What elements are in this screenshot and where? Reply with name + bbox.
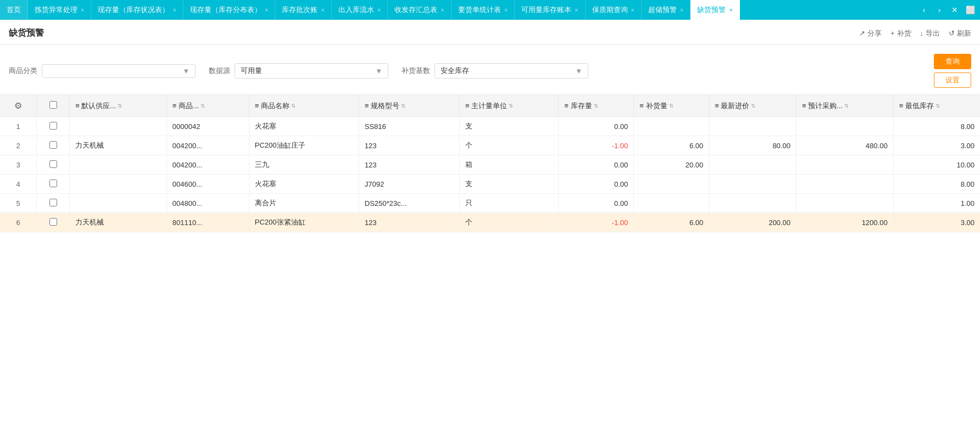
row-checkbox-6[interactable] xyxy=(49,218,57,226)
category-dropdown-icon: ▼ xyxy=(182,67,190,75)
row-supplier-4 xyxy=(70,175,167,194)
tab-expiry-close[interactable]: × xyxy=(631,7,634,13)
query-button[interactable]: 查询 xyxy=(934,54,971,69)
tab-expiry[interactable]: 保质期查询 × xyxy=(586,0,642,20)
category-select[interactable]: ▼ xyxy=(42,64,196,78)
replenish-button[interactable]: + 补货 xyxy=(890,29,911,38)
tab-available-ledger[interactable]: 可用量库存账本 × xyxy=(515,0,585,20)
row-replenish-2: 6.00 xyxy=(634,136,709,155)
filter-actions: 查询 设置 xyxy=(934,54,971,88)
th-min-stock[interactable]: ≡ 最低库存 ⇅ xyxy=(893,95,980,117)
header-actions: ↗ 分享 + 补货 ↓ 导出 ↺ 刷新 xyxy=(859,29,971,38)
tab-inventory-status-close[interactable]: × xyxy=(172,7,176,13)
category-label: 商品分类 xyxy=(9,66,37,76)
tab-inventory-dist[interactable]: 现存量（库存分布表） × xyxy=(183,0,275,20)
row-checkbox-1[interactable] xyxy=(49,122,57,130)
th-unit[interactable]: ≡ 主计量单位 ⇅ xyxy=(460,95,559,117)
settings-button[interactable]: 设置 xyxy=(934,72,971,88)
tab-batch[interactable]: 库存批次账 × xyxy=(275,0,331,20)
tab-inventory-status[interactable]: 现存量（库存状况表） × xyxy=(91,0,183,20)
tab-inventory-dist-close[interactable]: × xyxy=(265,7,268,13)
datasource-select[interactable]: 可用量 ▼ xyxy=(235,63,388,79)
th-code-sort-icon: ⇅ xyxy=(201,103,205,109)
gear-settings-icon[interactable]: ⚙ xyxy=(5,100,31,111)
row-price-5 xyxy=(709,194,797,213)
tab-overstock[interactable]: 超储预警 × xyxy=(642,0,691,20)
tab-demand-stats[interactable]: 要货单统计表 × xyxy=(452,0,515,20)
row-replenish-1 xyxy=(634,117,709,136)
select-all-checkbox[interactable] xyxy=(49,101,57,109)
tab-shortage[interactable]: 缺货预警 × xyxy=(691,0,739,20)
row-checkbox-2[interactable] xyxy=(49,141,57,149)
tab-inout-flow[interactable]: 出入库流水 × xyxy=(332,0,388,20)
row-check-1[interactable] xyxy=(37,117,70,136)
export-button[interactable]: ↓ 导出 xyxy=(920,29,940,38)
replenish-base-label: 补货基数 xyxy=(402,66,430,76)
th-price-sort-icon: ⇅ xyxy=(751,103,755,109)
row-num-4: 4 xyxy=(0,175,37,194)
table-row: 6 力天机械 801110... PC200张紧油缸 123 个 -1.00 6… xyxy=(0,213,980,232)
row-code-4: 004600... xyxy=(166,175,249,194)
th-price[interactable]: ≡ 最新进价 ⇅ xyxy=(709,95,797,117)
nav-next-button[interactable]: › xyxy=(932,2,947,18)
nav-prev-button[interactable]: ‹ xyxy=(916,2,932,18)
row-check-5[interactable] xyxy=(37,194,70,213)
row-name-6: PC200张紧油缸 xyxy=(249,213,359,232)
row-check-3[interactable] xyxy=(37,155,70,175)
replenish-base-select[interactable]: 安全库存 ▼ xyxy=(435,63,588,79)
th-min-stock-sort-icon: ⇅ xyxy=(936,103,940,109)
tab-demand-stats-close[interactable]: × xyxy=(504,7,508,13)
row-checkbox-5[interactable] xyxy=(49,199,57,206)
row-forecast-3 xyxy=(796,155,893,175)
tab-overstock-close[interactable]: × xyxy=(680,7,683,13)
tab-batch-close[interactable]: × xyxy=(321,7,324,13)
row-stock-6: -1.00 xyxy=(559,213,634,232)
row-code-6: 801110... xyxy=(166,213,249,232)
nav-maximize-button[interactable]: ⬜ xyxy=(962,2,978,18)
row-code-3: 004200... xyxy=(166,155,249,175)
tab-available-ledger-close[interactable]: × xyxy=(575,7,578,13)
share-button[interactable]: ↗ 分享 xyxy=(859,29,882,38)
tab-exception-close[interactable]: × xyxy=(81,7,84,13)
row-checkbox-3[interactable] xyxy=(49,160,57,168)
row-unit-2: 个 xyxy=(460,136,559,155)
tab-shortage-close[interactable]: × xyxy=(729,7,732,13)
th-supplier[interactable]: ≡ 默认供应... ⇅ xyxy=(70,95,167,117)
datasource-label: 数据源 xyxy=(209,66,230,76)
row-unit-3: 箱 xyxy=(460,155,559,175)
row-spec-1: SS816 xyxy=(359,117,459,136)
th-name[interactable]: ≡ 商品名称 ⇅ xyxy=(249,95,359,117)
row-name-1: 火花塞 xyxy=(249,117,359,136)
data-table: ⚙ ≡ 默认供应... ⇅ ≡ 商品... ⇅ xyxy=(0,95,980,232)
tab-demand-stats-label: 要货单统计表 xyxy=(458,5,501,15)
row-checkbox-4[interactable] xyxy=(49,180,57,187)
th-forecast[interactable]: ≡ 预计采购... ⇅ xyxy=(796,95,893,117)
tab-exception[interactable]: 拣货异常处理 × xyxy=(28,0,91,20)
tab-home-label: 首页 xyxy=(7,5,21,15)
refresh-button[interactable]: ↺ 刷新 xyxy=(949,29,971,38)
th-stock[interactable]: ≡ 库存量 ⇅ xyxy=(559,95,634,117)
tab-receive-summary[interactable]: 收发存汇总表 × xyxy=(388,0,451,20)
th-spec[interactable]: ≡ 规格型号 ⇅ xyxy=(359,95,459,117)
row-min-stock-1: 8.00 xyxy=(893,117,980,136)
tab-home[interactable]: 首页 xyxy=(0,0,28,20)
row-spec-6: 123 xyxy=(359,213,459,232)
row-check-2[interactable] xyxy=(37,136,70,155)
row-replenish-6: 6.00 xyxy=(634,213,709,232)
th-forecast-label: ≡ 预计采购... xyxy=(802,101,843,111)
row-price-3 xyxy=(709,155,797,175)
tab-receive-summary-close[interactable]: × xyxy=(441,7,444,13)
refresh-icon: ↺ xyxy=(949,29,955,37)
th-code-label: ≡ 商品... xyxy=(172,101,199,111)
row-unit-6: 个 xyxy=(460,213,559,232)
tab-inout-flow-close[interactable]: × xyxy=(377,7,381,13)
nav-close-button[interactable]: ✕ xyxy=(947,2,962,18)
row-spec-5: DS250*23c... xyxy=(359,194,459,213)
th-code[interactable]: ≡ 商品... ⇅ xyxy=(166,95,249,117)
th-forecast-sort-icon: ⇅ xyxy=(844,103,849,109)
row-check-4[interactable] xyxy=(37,175,70,194)
row-check-6[interactable] xyxy=(37,213,70,232)
tab-inout-flow-label: 出入库流水 xyxy=(338,5,374,15)
th-replenish[interactable]: ≡ 补货量 ⇅ xyxy=(634,95,709,117)
replenish-icon: + xyxy=(890,29,895,37)
